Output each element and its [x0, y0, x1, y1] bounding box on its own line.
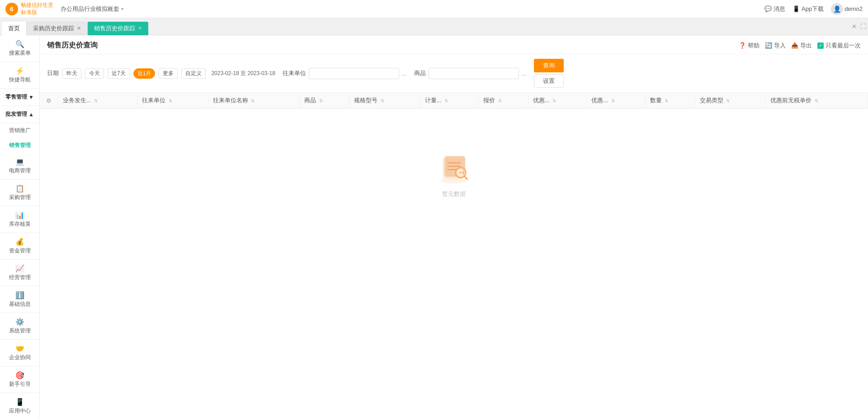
message-button[interactable]: 💬 消息 — [764, 5, 785, 13]
date-yesterday-btn[interactable]: 昨天 — [62, 68, 81, 79]
date-today-btn[interactable]: 今天 — [85, 68, 104, 79]
table-header: ⚙ 业务发生... ⇅ 往来单位 ⇅ 往来单位名称 ⇅ — [40, 93, 868, 109]
date-last7days-btn[interactable]: 近7天 — [108, 68, 130, 79]
sidebar-item-purchase[interactable]: 📋 采购管理 — [0, 180, 39, 206]
tab-sales-history[interactable]: 销售历史价跟踪 ✕ — [88, 22, 148, 35]
sidebar-item-inventory[interactable]: 📊 库存核算 — [0, 206, 39, 233]
tab-close-purchase[interactable]: ✕ — [77, 25, 81, 31]
export-button[interactable]: 📤 导出 — [791, 42, 812, 50]
chevron-down-icon: ▾ — [121, 6, 123, 11]
sort-icon: ⇅ — [251, 98, 255, 103]
sort-icon: ⇅ — [815, 98, 818, 103]
avatar: 👤 — [831, 3, 843, 15]
sidebar-item-apps[interactable]: 📱 应用中心 — [0, 393, 39, 418]
counterparty-input[interactable] — [309, 68, 399, 79]
tab-bar: 首页 采购历史价跟踪 ✕ 销售历史价跟踪 ✕ ✕ ⛶ — [0, 18, 868, 35]
help-button[interactable]: ❓ 帮助 — [739, 42, 760, 50]
page-header: 销售历史价查询 ❓ 帮助 🔄 导入 📤 导出 只看最后一次 — [40, 35, 868, 54]
col-settings[interactable]: ⚙ — [40, 93, 58, 109]
sidebar-item-sales-mgmt[interactable]: 销售管理 — [0, 138, 39, 153]
col-pretax-price[interactable]: 优惠前无税单价 ⇅ — [765, 93, 868, 109]
sort-icon: ⇅ — [94, 98, 98, 103]
search-icon: 🔍 — [15, 40, 24, 48]
content-area: 销售历史价查询 ❓ 帮助 🔄 导入 📤 导出 只看最后一次 — [40, 35, 868, 418]
col-trade-type[interactable]: 交易类型 ⇅ — [695, 93, 765, 109]
tab-purchase-history[interactable]: 采购历史价跟踪 ✕ — [26, 22, 88, 35]
col-discount2[interactable]: 优惠... ⇅ — [587, 93, 645, 109]
close-all-icon[interactable]: ✕ — [852, 23, 857, 30]
sidebar-item-basic-info[interactable]: ℹ️ 基础信息 — [0, 286, 39, 313]
col-quoted-price[interactable]: 报价 ⇅ — [478, 93, 528, 109]
sort-icon: ⇅ — [665, 98, 668, 103]
sort-icon: ⇅ — [319, 98, 323, 103]
enterprise-icon: 🤝 — [15, 344, 24, 353]
counterparty-picker-icon[interactable]: ... — [402, 70, 407, 77]
finance-icon: 💰 — [15, 238, 24, 246]
col-spec[interactable]: 规格型号 ⇅ — [349, 93, 420, 109]
date-label: 日期 — [47, 69, 59, 77]
sidebar-item-marketing[interactable]: 营销推广 — [0, 123, 39, 138]
basic-info-icon: ℹ️ — [15, 291, 24, 299]
sidebar: 🔍 搜索菜单 ⚡ 快捷导航 零售管理 ▼ 批发管理 ▲ 营销推广 销售管理 💻 … — [0, 35, 40, 418]
quick-nav-icon: ⚡ — [15, 66, 24, 75]
sidebar-item-wholesale[interactable]: 批发管理 ▲ — [0, 106, 39, 123]
col-product[interactable]: 商品 ⇅ — [300, 93, 349, 109]
page-title: 销售历史价查询 — [47, 41, 98, 50]
product-input[interactable] — [429, 68, 519, 79]
help-icon: ❓ — [739, 42, 746, 49]
date-custom-btn[interactable]: 自定义 — [181, 68, 206, 79]
sidebar-item-finance[interactable]: 💰 资金管理 — [0, 233, 39, 260]
gear-icon[interactable]: ⚙ — [46, 97, 52, 104]
page-actions: ❓ 帮助 🔄 导入 📤 导出 只看最后一次 — [739, 42, 861, 50]
sort-icon: ⇅ — [498, 98, 502, 103]
col-counterparty[interactable]: 往来单位 ⇅ — [137, 93, 208, 109]
chevron-down-icon: ▼ — [28, 94, 34, 100]
date-more-btn[interactable]: 更多 — [159, 68, 178, 79]
sidebar-item-retail[interactable]: 零售管理 ▼ — [0, 89, 39, 106]
sidebar-item-enterprise[interactable]: 🤝 企业协同 — [0, 340, 39, 366]
chevron-up-icon: ▲ — [28, 111, 34, 118]
sidebar-item-operations[interactable]: 📈 经营管理 — [0, 260, 39, 286]
col-biz-date[interactable]: 业务发生... ⇅ — [58, 93, 137, 109]
main-layout: 🔍 搜索菜单 ⚡ 快捷导航 零售管理 ▼ 批发管理 ▲ 营销推广 销售管理 💻 … — [0, 35, 868, 418]
tab-close-sales[interactable]: ✕ — [138, 25, 142, 31]
col-quantity[interactable]: 数量 ⇅ — [645, 93, 695, 109]
logo-area: 6 畅捷信好生意 标准版 — [5, 2, 53, 16]
ecommerce-icon: 💻 — [15, 157, 24, 166]
apps-icon: 📱 — [15, 398, 24, 406]
import-button[interactable]: 🔄 导入 — [765, 42, 786, 50]
col-discount1[interactable]: 优惠... ⇅ — [528, 93, 586, 109]
query-button[interactable]: 查询 — [534, 59, 564, 72]
col-unit[interactable]: 计量... ⇅ — [420, 93, 478, 109]
sort-icon: ⇅ — [169, 98, 172, 103]
counterparty-label: 往来单位 — [283, 69, 306, 77]
sidebar-item-quick-nav[interactable]: ⚡ 快捷导航 — [0, 62, 39, 89]
date-range-display: 2023-02-18 至 2023-03-18 — [211, 70, 275, 77]
sidebar-item-guide[interactable]: 🎯 新手引导 — [0, 366, 39, 393]
product-picker-icon[interactable]: ... — [522, 70, 527, 77]
product-label: 商品 — [414, 69, 426, 77]
logo-text: 畅捷信好生意 标准版 — [21, 2, 53, 16]
tab-home[interactable]: 首页 — [2, 22, 26, 35]
checkbox-icon — [817, 43, 824, 49]
export-icon: 📤 — [791, 42, 798, 49]
setting-button[interactable]: 设置 — [534, 74, 564, 88]
sort-icon: ⇅ — [552, 98, 556, 103]
sidebar-item-ecommerce[interactable]: 💻 电商管理 — [0, 153, 39, 180]
date-filter-group: 日期 昨天 今天 近7天 近1月 更多 自定义 2023-02-18 至 202… — [47, 68, 275, 79]
counterparty-filter-group: 往来单位 ... — [283, 68, 407, 79]
header-left: 6 畅捷信好生意 标准版 办公用品行业模拟账套 ▾ — [5, 2, 127, 16]
guide-icon: 🎯 — [15, 371, 24, 380]
sidebar-item-system[interactable]: ⚙️ 系统管理 — [0, 313, 39, 340]
empty-state: 暂元数据 — [40, 109, 868, 234]
last-once-checkbox[interactable]: 只看最后一次 — [817, 42, 861, 50]
date-last1month-btn[interactable]: 近1月 — [133, 68, 156, 79]
maximize-icon[interactable]: ⛶ — [860, 23, 866, 30]
system-icon: ⚙️ — [15, 318, 24, 326]
user-menu[interactable]: 👤 demo2 — [831, 3, 863, 15]
header-right: 💬 消息 📱 App下载 👤 demo2 — [764, 3, 863, 15]
app-download-button[interactable]: 📱 App下载 — [793, 5, 824, 13]
sidebar-item-search[interactable]: 🔍 搜索菜单 — [0, 35, 39, 62]
app-selector[interactable]: 办公用品行业模拟账套 ▾ — [57, 5, 127, 13]
col-counterparty-name[interactable]: 往来单位名称 ⇅ — [208, 93, 300, 109]
